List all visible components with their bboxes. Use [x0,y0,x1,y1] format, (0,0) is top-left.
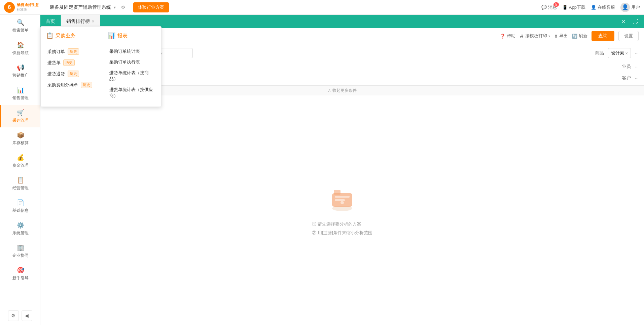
online-service-btn[interactable]: 👤 在线客服 [591,4,615,10]
export-label: 导出 [559,33,568,39]
purchase-order-exec-label: 采购订单执行表 [109,59,140,65]
sidebar-item-operations-label: 经营管理 [12,185,29,191]
menu-item-purchase-order[interactable]: 采购订单 历史 [46,46,94,57]
dropdown-menu: 📋 采购业务 采购订单 历史 进货单 历史 进货退货 历史 采购费用分摊单 历史… [40,26,162,107]
message-icon: 💬 [541,5,547,10]
menu-item-goods-stat-supplier[interactable]: 进货单统计表（按供应商） [108,84,156,101]
message-btn[interactable]: 💬 消息 5 [541,4,557,10]
sidebar-item-system-label: 系统管理 [12,230,29,236]
goods-receipt-history-badge: 历史 [63,59,75,66]
sidebar-item-search[interactable]: 🔍 搜索菜单 [0,15,40,37]
service-icon: 👤 [591,5,596,10]
purchase-menu-icon: 📋 [46,32,53,39]
export-icon: ⬆ [554,34,558,39]
sidebar-item-operations[interactable]: 📋 经营管理 [0,172,40,195]
query-btn[interactable]: 查询 [592,31,614,41]
goods-stat-product-label: 进货单统计表（按商品） [109,70,155,82]
menu-item-goods-stat-product[interactable]: 进货单统计表（按商品） [108,68,156,84]
empty-text: ① 请先选择要分析的方案 ② 用[过滤]条件来缩小分析范围 [312,220,372,237]
menu-item-goods-return[interactable]: 进货退货 历史 [46,68,94,79]
sidebar-bottom: ⚙ ◀ [0,306,40,325]
menu-item-goods-receipt[interactable]: 进货单 历史 [46,57,94,68]
menu-item-purchase-order-exec[interactable]: 采购订单执行表 [108,57,156,68]
sidebar-item-guide[interactable]: 🎯 新手引导 [0,262,40,285]
sidebar-item-basic-info-label: 基础信息 [12,208,29,213]
logo-icon: 6 [4,2,15,13]
customer-more-btn[interactable]: ··· [635,76,639,81]
export-btn[interactable]: ⬆ 导出 [554,33,568,39]
salesperson-more-btn[interactable]: ··· [635,64,639,69]
sidebar-item-system[interactable]: ⚙️ 系统管理 [0,217,40,240]
help-icon: ❓ [500,34,505,39]
print-label: 按模板打印 [525,33,547,39]
sidebar-item-inventory[interactable]: 📦 库存核算 [0,127,40,150]
sidebar-item-purchase[interactable]: 🛒 采购管理 [0,105,40,127]
sidebar-item-enterprise-label: 企业协同 [12,253,29,258]
purchase-expense-label: 采购费用分摊单 [47,82,78,88]
industry-btn[interactable]: 体验行业方案 [133,2,169,12]
print-btn[interactable]: 🖨 按模板打印 ▾ [520,33,550,39]
top-bar: 6 畅捷通好生意 标准版 装备及固定资产辅助管理系统 ▾ ⚙ 体验行业方案 💬 … [0,0,644,15]
basic-info-icon: 📄 [17,199,24,206]
menu-section-report: 📊 报表 采购订单统计表 采购订单执行表 进货单统计表（按商品） 进货单统计表（… [108,32,156,101]
sidebar-item-inventory-label: 库存核算 [12,140,29,146]
setting-btn[interactable]: 设置 [618,31,639,41]
sales-icon: 📊 [17,86,24,94]
sidebar-item-enterprise[interactable]: 🏢 企业协同 [0,240,40,262]
sidebar-item-sales[interactable]: 📊 销售管理 [0,82,40,105]
sidebar-item-marketing[interactable]: 📢 营销推广 [0,60,40,82]
phone-icon: 📱 [562,5,568,10]
menu-item-purchase-order-stat[interactable]: 采购订单统计表 [108,46,156,57]
user-avatar: 👤 [620,3,630,12]
sidebar-settings-btn[interactable]: ⚙ [8,310,19,321]
svg-point-5 [341,201,344,204]
notification-badge: 5 [553,2,559,7]
sidebar-item-purchase-label: 采购管理 [12,118,29,123]
tab-close-btn[interactable]: × [92,19,94,24]
print-dropdown-icon[interactable]: ▾ [548,34,550,38]
system-title-dropdown-icon[interactable]: ▾ [114,5,116,10]
print-icon: 🖨 [520,34,524,39]
help-btn[interactable]: ❓ 帮助 [500,33,515,39]
goods-return-label: 进货退货 [47,71,65,77]
sidebar-item-guide-label: 新手引导 [12,275,29,281]
sidebar-item-quick-nav[interactable]: 🏠 快捷导航 [0,37,40,60]
settings-icon-btn[interactable]: ⚙ [118,3,128,12]
purchase-order-history-badge: 历史 [68,48,79,55]
sidebar-item-sales-label: 销售管理 [12,95,29,101]
purchase-order-stat-label: 采购订单统计表 [109,48,140,54]
tab-close-window-btn[interactable]: ✕ [618,17,628,26]
empty-area: ① 请先选择要分析的方案 ② 用[过滤]条件来缩小分析范围 [40,95,644,325]
online-service-label: 在线客服 [598,4,615,10]
sidebar-item-quick-nav-label: 快捷导航 [12,50,29,56]
goods-more-btn[interactable]: ··· [635,51,639,56]
tab-maximize-btn[interactable]: ⛶ [631,17,640,26]
app-download-btn[interactable]: 📱 App下载 [562,4,585,10]
empty-illustration [325,183,359,214]
tab-sales-rank-label: 销售排行榜 [66,18,90,25]
operations-icon: 📋 [17,176,24,184]
sidebar-item-basic-info[interactable]: 📄 基础信息 [0,195,40,217]
user-btn[interactable]: 👤 用户 [620,3,640,12]
logo-text: 畅捷通好生意 标准版 [17,2,39,12]
collapse-label: 收起更多条件 [332,88,357,93]
svg-rect-4 [335,199,345,201]
sidebar-collapse-btn[interactable]: ◀ [22,310,32,321]
purchase-order-label: 采购订单 [47,49,65,55]
sidebar-item-marketing-label: 营销推广 [12,73,29,78]
system-title-area: 装备及固定资产辅助管理系统 ▾ ⚙ 体验行业方案 [50,2,541,12]
user-label: 用户 [631,4,640,10]
goods-return-history-badge: 历史 [68,71,79,77]
app-download-label: App下载 [569,4,585,10]
goods-tag-close-btn[interactable]: × [625,51,628,56]
purchase-expense-history-badge: 历史 [81,82,92,88]
help-label: 帮助 [507,33,515,39]
svg-rect-3 [335,196,350,198]
sidebar-item-finance-label: 资金管理 [12,163,29,168]
refresh-btn[interactable]: 🔄 刷新 [572,33,587,39]
system-title-text: 装备及固定资产辅助管理系统 [50,4,111,10]
menu-item-purchase-expense[interactable]: 采购费用分摊单 历史 [46,79,94,90]
enterprise-icon: 🏢 [17,244,24,251]
marketing-icon: 📢 [17,64,24,71]
sidebar-item-finance[interactable]: 💰 资金管理 [0,150,40,172]
